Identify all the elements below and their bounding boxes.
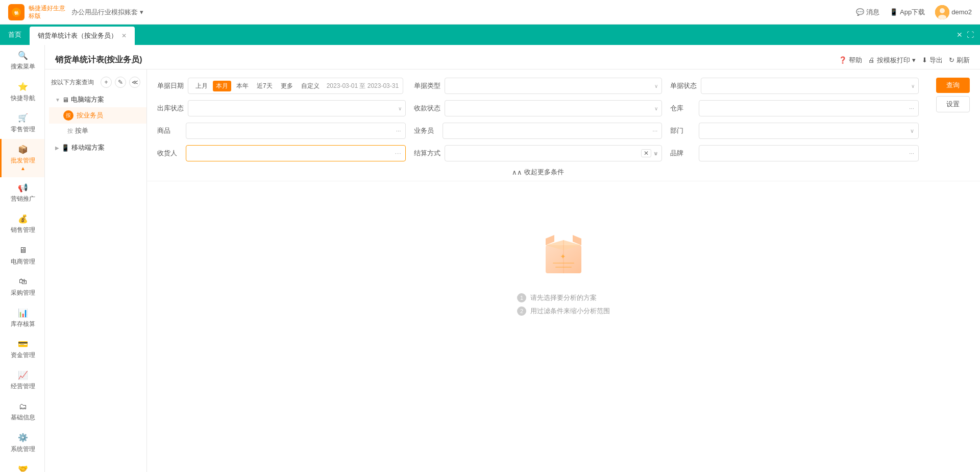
content-area: 销货单统计表(按业务员) ❓ 帮助 🖨 按模板打印 ▾ ⬇ 导出 ↻ 刷新	[45, 45, 980, 472]
avatar	[935, 5, 949, 19]
sidebar-item-marketing[interactable]: 📢 营销推广	[0, 177, 44, 208]
date-range-text: 2023-03-01 至 2023-03-31	[327, 82, 399, 90]
salesperson-field[interactable]: ···	[443, 123, 663, 139]
receiver-label: 收货人	[157, 149, 182, 158]
date-btn-custom[interactable]: 自定义	[298, 81, 323, 91]
tree-grandchild-by-doc[interactable]: 按 按单	[49, 124, 146, 138]
sidebar-item-search[interactable]: 🔍 搜索菜单	[0, 45, 44, 76]
date-btn-this-year[interactable]: 本年	[233, 81, 252, 91]
wholesale-icon: 📦	[6, 144, 40, 155]
salesperson-scheme-icon: 按	[63, 110, 74, 121]
goods-field[interactable]: ···	[186, 123, 406, 139]
add-scheme-button[interactable]: +	[101, 77, 112, 88]
sidebar-item-quick-nav[interactable]: ⭐ 快捷导航	[0, 76, 44, 107]
date-btn-7days[interactable]: 近7天	[254, 81, 276, 91]
tree-arrow-collapsed-icon: ▶	[55, 145, 59, 151]
warehouse-field[interactable]: ···	[699, 100, 919, 116]
settings-button[interactable]: 设置	[936, 96, 970, 112]
tab-expand-icon[interactable]: ⛶	[967, 31, 974, 39]
tip-num-1: 1	[517, 293, 526, 302]
sidebar-item-ecommerce[interactable]: 🖥 电商管理	[0, 240, 44, 271]
collapse-up-icon: ∧∧	[512, 169, 522, 176]
tip-num-2: 2	[517, 306, 526, 316]
template-print-button[interactable]: 🖨 按模板打印 ▾	[868, 56, 916, 65]
tree-child-salesperson[interactable]: 按 按业务员	[49, 107, 146, 124]
finance-icon: 💳	[6, 339, 40, 350]
settlement-clear-button[interactable]: ✕	[641, 149, 651, 157]
sidebar-item-operation[interactable]: 📈 经营管理	[0, 365, 44, 396]
edit-scheme-button[interactable]: ✎	[115, 77, 126, 88]
date-bar[interactable]: 上月 本月 本年 近7天 更多 自定义 2023-03-01 至 2023-03…	[188, 78, 403, 94]
main-panel-inner: 查询 设置 单据日期 上月 本月	[157, 78, 970, 357]
ecommerce-icon: 🖥	[6, 245, 40, 256]
tab-home[interactable]: 首页	[0, 25, 30, 45]
message-button[interactable]: 💬 消息	[856, 8, 879, 17]
user-menu[interactable]: demo2	[935, 5, 972, 19]
inner-layout: 按以下方案查询 + ✎ ≪	[45, 69, 980, 472]
refresh-button[interactable]: ↻ 刷新	[949, 56, 970, 65]
filter-row-2: 出库状态 收款状态	[157, 100, 919, 116]
collapse-panel-button[interactable]: ≪	[129, 77, 140, 88]
marketing-icon: 📢	[6, 182, 40, 194]
empty-icon: ✦	[533, 222, 594, 285]
help-button[interactable]: ❓ 帮助	[839, 56, 862, 65]
dept-field[interactable]: ∨	[699, 123, 919, 139]
export-icon: ⬇	[922, 56, 927, 64]
export-button[interactable]: ⬇ 导出	[922, 56, 943, 65]
filter-item-dept: 部门 ∨	[670, 123, 919, 139]
date-btn-this-month[interactable]: 本月	[213, 81, 231, 91]
settlement-field[interactable]: ✕ ∨	[445, 145, 663, 161]
logo-area: 畅 畅捷通好生意 标版	[8, 4, 65, 20]
tab-bar: 首页 销货单统计表（按业务员） ✕ ✕ ⛶	[0, 25, 980, 45]
sidebar-item-wholesale[interactable]: 📦 批发管理 ▲	[0, 139, 44, 177]
tab-close-window-icon[interactable]: ✕	[957, 31, 963, 39]
date-btn-last-month[interactable]: 上月	[192, 81, 211, 91]
collapse-button[interactable]: ∧∧ 收起更多条件	[506, 166, 570, 179]
help-icon: ❓	[839, 56, 847, 64]
breadcrumb[interactable]: 办公用品行业模拟账套 ▾	[71, 8, 143, 17]
settlement-arrow-icon: ∨	[653, 150, 657, 157]
dept-label: 部门	[670, 126, 695, 135]
empty-state: ✦ 1 请先选择要分析的方案	[157, 181, 970, 357]
goods-label: 商品	[157, 126, 182, 135]
tree-parent-pc[interactable]: ▼ 🖥 电脑端方案	[49, 92, 146, 107]
main-panel-top-actions: 查询 设置	[936, 78, 970, 112]
sidebar-item-enterprise[interactable]: 🤝 企业协同	[0, 458, 44, 472]
svg-point-3	[940, 8, 945, 13]
receiver-input[interactable]	[186, 145, 406, 161]
search-icon: 🔍	[6, 50, 40, 61]
header-left: 畅 畅捷通好生意 标版 办公用品行业模拟账套 ▾	[8, 4, 143, 20]
filter-item-doc-status: 单据状态	[670, 78, 919, 94]
date-btn-more[interactable]: 更多	[278, 81, 296, 91]
brand-dots-icon: ···	[909, 150, 914, 157]
phone-icon: 📱	[890, 8, 898, 16]
sidebar-item-retail[interactable]: 🛒 零售管理	[0, 107, 44, 138]
doc-type-select[interactable]	[445, 78, 663, 94]
message-icon: 💬	[856, 8, 864, 16]
app-download-button[interactable]: 📱 App下载	[890, 8, 925, 17]
mobile-icon: 📱	[61, 144, 69, 152]
logo-text: 畅捷通好生意 标版	[29, 5, 65, 19]
logo-icon: 畅	[8, 4, 24, 20]
tree-parent-mobile[interactable]: ▶ 📱 移动端方案	[49, 140, 146, 155]
brand-label: 品牌	[670, 149, 695, 158]
out-status-select[interactable]	[188, 100, 406, 116]
sidebar-item-purchase[interactable]: 🛍 采购管理	[0, 271, 44, 302]
brand-field[interactable]: ···	[699, 145, 919, 161]
sidebar-item-system[interactable]: ⚙️ 系统管理	[0, 427, 44, 458]
left-panel: 按以下方案查询 + ✎ ≪	[45, 69, 147, 472]
sidebar-item-basic[interactable]: 🗂 基础信息	[0, 396, 44, 427]
scheme-tree: ▼ 🖥 电脑端方案 按 按业务员 按 按单 ▶ �	[45, 92, 146, 155]
receipt-status-select[interactable]	[445, 100, 663, 116]
sidebar-item-sales[interactable]: 💰 销售管理	[0, 208, 44, 240]
sidebar: 🔍 搜索菜单 ⭐ 快捷导航 🛒 零售管理 📦 批发管理 ▲ 📢 营销推广 💰 销…	[0, 45, 45, 472]
query-button[interactable]: 查询	[936, 78, 970, 93]
page-actions: ❓ 帮助 🖨 按模板打印 ▾ ⬇ 导出 ↻ 刷新	[839, 56, 970, 65]
tab-close-icon[interactable]: ✕	[121, 32, 127, 39]
tab-sales-stats[interactable]: 销货单统计表（按业务员） ✕	[30, 27, 135, 45]
filter-item-settlement: 结算方式 ✕ ∨	[414, 145, 663, 161]
out-status-select-wrapper	[188, 100, 406, 116]
sidebar-item-inventory[interactable]: 📊 库存核算	[0, 302, 44, 334]
sidebar-item-finance[interactable]: 💳 资金管理	[0, 334, 44, 365]
doc-status-select[interactable]	[701, 78, 919, 94]
